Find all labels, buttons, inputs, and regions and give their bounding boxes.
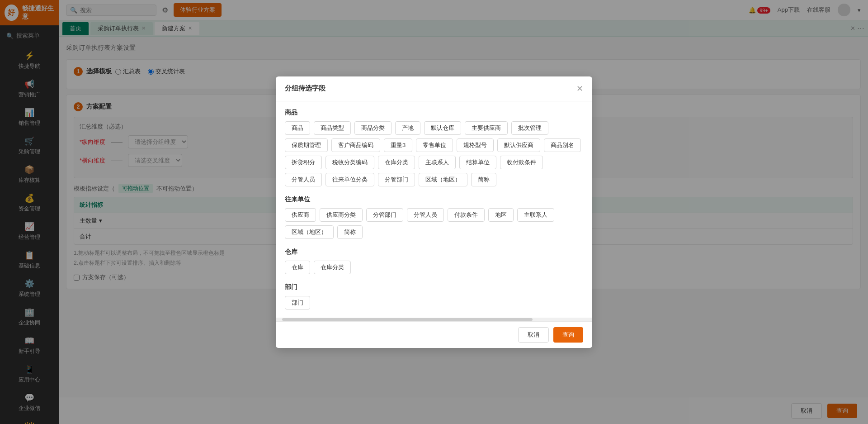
field-tag-0-23[interactable]: 区域（地区） bbox=[419, 173, 467, 186]
field-group-title-3: 部门 bbox=[285, 283, 583, 291]
field-group-title-1: 往来单位 bbox=[285, 195, 583, 204]
field-tag-0-13[interactable]: 商品别名 bbox=[544, 138, 581, 152]
field-tag-1-2[interactable]: 分管部门 bbox=[366, 208, 403, 222]
field-tag-0-19[interactable]: 收付款条件 bbox=[500, 156, 543, 169]
field-tag-1-3[interactable]: 分管人员 bbox=[407, 208, 444, 222]
field-tag-0-9[interactable]: 重量3 bbox=[384, 138, 412, 152]
field-tag-1-5[interactable]: 地区 bbox=[488, 208, 514, 222]
field-tag-0-24[interactable]: 简称 bbox=[471, 173, 496, 186]
field-tag-0-12[interactable]: 默认供应商 bbox=[497, 138, 540, 152]
field-tag-0-20[interactable]: 分管人员 bbox=[285, 173, 322, 186]
field-tag-0-10[interactable]: 零售单位 bbox=[416, 138, 453, 152]
cancel-button[interactable]: 取消 bbox=[518, 327, 549, 343]
field-tag-0-4[interactable]: 默认仓库 bbox=[424, 121, 461, 135]
field-tag-1-8[interactable]: 简称 bbox=[337, 225, 363, 239]
field-tag-1-6[interactable]: 主联系人 bbox=[517, 208, 554, 222]
field-tag-0-14[interactable]: 拆货积分 bbox=[285, 156, 322, 169]
field-tag-0-21[interactable]: 往来单位分类 bbox=[326, 173, 374, 186]
field-select-modal: 分组待选字段 ✕ 商品商品商品类型商品分类产地默认仓库主要供应商批次管理保质期管… bbox=[276, 76, 592, 348]
field-tag-0-5[interactable]: 主要供应商 bbox=[465, 121, 508, 135]
field-tag-3-0[interactable]: 部门 bbox=[285, 296, 310, 310]
field-tags-3: 部门 bbox=[285, 296, 583, 310]
field-group-3: 部门部门 bbox=[285, 283, 583, 310]
field-group-1: 往来单位供应商供应商分类分管部门分管人员付款条件地区主联系人区域（地区）简称 bbox=[285, 195, 583, 239]
modal-horizontal-scrollbar[interactable] bbox=[276, 318, 592, 321]
field-tag-0-11[interactable]: 规格型号 bbox=[457, 138, 494, 152]
field-tag-0-7[interactable]: 保质期管理 bbox=[285, 138, 328, 152]
field-tag-0-18[interactable]: 结算单位 bbox=[459, 156, 496, 169]
field-tags-0: 商品商品类型商品分类产地默认仓库主要供应商批次管理保质期管理客户商品编码重量3零… bbox=[285, 121, 583, 186]
modal-close-button[interactable]: ✕ bbox=[576, 84, 583, 94]
modal-overlay: 分组待选字段 ✕ 商品商品商品类型商品分类产地默认仓库主要供应商批次管理保质期管… bbox=[0, 0, 868, 424]
field-tag-0-15[interactable]: 税收分类编码 bbox=[326, 156, 374, 169]
field-tag-0-1[interactable]: 商品类型 bbox=[314, 121, 351, 135]
modal-body: 商品商品商品类型商品分类产地默认仓库主要供应商批次管理保质期管理客户商品编码重量… bbox=[276, 101, 592, 318]
field-tags-2: 仓库仓库分类 bbox=[285, 261, 583, 274]
field-tag-1-1[interactable]: 供应商分类 bbox=[320, 208, 363, 222]
modal-title: 分组待选字段 bbox=[285, 84, 326, 93]
field-group-title-0: 商品 bbox=[285, 109, 583, 117]
field-tag-2-1[interactable]: 仓库分类 bbox=[314, 261, 351, 274]
field-tag-1-4[interactable]: 付款条件 bbox=[448, 208, 485, 222]
field-tag-0-0[interactable]: 商品 bbox=[285, 121, 310, 135]
field-tag-0-2[interactable]: 商品分类 bbox=[354, 121, 392, 135]
field-tag-1-0[interactable]: 供应商 bbox=[285, 208, 316, 222]
field-tag-1-7[interactable]: 区域（地区） bbox=[285, 225, 334, 239]
field-tag-2-0[interactable]: 仓库 bbox=[285, 261, 310, 274]
modal-footer: 取消 查询 bbox=[276, 321, 592, 348]
field-tag-0-22[interactable]: 分管部门 bbox=[378, 173, 415, 186]
field-tag-0-17[interactable]: 主联系人 bbox=[419, 156, 456, 169]
field-group-title-2: 仓库 bbox=[285, 248, 583, 256]
field-group-0: 商品商品商品类型商品分类产地默认仓库主要供应商批次管理保质期管理客户商品编码重量… bbox=[285, 109, 583, 186]
field-tag-0-6[interactable]: 批次管理 bbox=[511, 121, 548, 135]
field-group-2: 仓库仓库仓库分类 bbox=[285, 248, 583, 274]
modal-header: 分组待选字段 ✕ bbox=[276, 76, 592, 101]
field-tag-0-3[interactable]: 产地 bbox=[395, 121, 420, 135]
confirm-button[interactable]: 查询 bbox=[553, 327, 583, 343]
field-tag-0-8[interactable]: 客户商品编码 bbox=[331, 138, 380, 152]
field-tag-0-16[interactable]: 仓库分类 bbox=[378, 156, 415, 169]
field-tags-1: 供应商供应商分类分管部门分管人员付款条件地区主联系人区域（地区）简称 bbox=[285, 208, 583, 239]
